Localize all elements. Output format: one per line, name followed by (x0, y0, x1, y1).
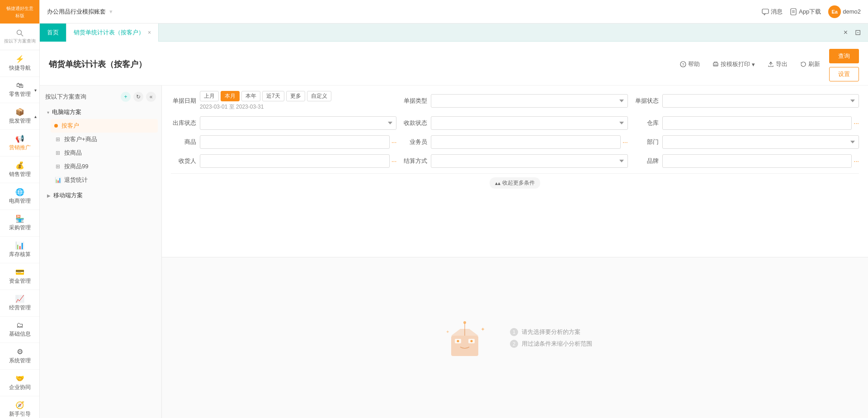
retail-icon: 🛍 (16, 81, 24, 90)
sidebar-item-label: 营销推广 (9, 144, 31, 152)
breadcrumb-dropdown-icon[interactable]: ▾ (109, 8, 113, 15)
date-this-month-btn[interactable]: 本月 (221, 91, 240, 101)
scheme-by-customer[interactable]: 按客户 (51, 119, 158, 133)
sidebar-item-inventory[interactable]: 📊 库存核算 (0, 237, 39, 263)
help-button[interactable]: ? 帮助 (676, 58, 703, 70)
product-input[interactable] (200, 135, 390, 149)
order-status-select[interactable] (662, 94, 859, 108)
sidebar-item-marketing[interactable]: 📢 营销推广 (0, 130, 39, 157)
sidebar-item-purchase[interactable]: 🏪 采购管理 (0, 210, 39, 237)
tab-bar-actions: × ⊡ (836, 26, 868, 38)
sidebar-item-ecommerce[interactable]: 🌐 电商管理 (0, 183, 39, 210)
empty-tip-1: 1 请先选择要分析的方案 (510, 328, 592, 336)
tab-home[interactable]: 首页 (40, 24, 66, 42)
sidebar-item-label: 销售管理 (9, 171, 31, 178)
recipient-input[interactable] (200, 154, 390, 168)
sidebar-item-label: 电商管理 (9, 197, 31, 205)
sidebar-item-sales[interactable]: 💰 销售管理 (0, 157, 39, 183)
scheme-by-customer-product[interactable]: ⊞ 按客户+商品 (51, 133, 158, 146)
mobile-schemes-group: ▶ 移动端方案 (43, 189, 158, 202)
product-field: 商品 ··· (171, 135, 396, 149)
sidebar-item-newuser[interactable]: 🧭 新手引导 (0, 396, 39, 418)
user-profile[interactable]: Ea demo2 (828, 5, 861, 18)
message-icon (762, 8, 769, 15)
salesperson-input[interactable] (431, 135, 621, 149)
page-title: 销货单统计计表（按客户） (49, 59, 146, 70)
finance-icon: 💳 (15, 268, 24, 276)
empty-illustration: ✦ ✦ (438, 311, 492, 365)
order-type-select[interactable] (431, 94, 627, 108)
sidebar-item-label: 经营管理 (9, 304, 31, 312)
tab-sales-stats[interactable]: 销货单统计计表（按客户） × (66, 24, 159, 42)
sidebar-item-business[interactable]: 📈 经营管理 (0, 290, 39, 317)
filter-row-4: 收货人 ··· 结算方式 (171, 154, 859, 168)
settlement-select[interactable] (431, 154, 627, 168)
filter-form: 单据日期 上月 本月 本年 近7天 更多 自定义 20 (162, 86, 868, 257)
sidebar-item-wholesale[interactable]: 📦 批发管理 ▴ (0, 103, 39, 130)
app-download-button[interactable]: App下载 (790, 8, 821, 16)
date-more-btn[interactable]: 更多 (286, 91, 305, 101)
desktop-schemes-header[interactable]: ▾ 电脑端方案 (43, 105, 158, 119)
department-select[interactable] (662, 135, 859, 149)
date-last-month-btn[interactable]: 上月 (200, 91, 219, 101)
print-button[interactable]: 按模板打印 ▾ (709, 58, 759, 70)
filter-sidebar-actions: + ↻ « (121, 92, 156, 102)
main-area: 办公用品行业模拟账套 ▾ 消息 App下载 Ea demo2 首页 销货单统计计… (40, 0, 868, 418)
warehouse-label: 仓库 (633, 119, 659, 127)
date-7days-btn[interactable]: 近7天 (262, 91, 284, 101)
scheme-by-product-99[interactable]: ⊞ 按商品99 (51, 160, 158, 173)
tab-minimize-button[interactable]: × (842, 27, 849, 38)
product-control: ··· (200, 135, 396, 149)
refresh-button[interactable]: 刷新 (797, 58, 824, 70)
action-buttons: 查询 设置 (829, 47, 859, 81)
product-dots-button[interactable]: ··· (392, 138, 397, 146)
message-button[interactable]: 消息 (762, 8, 783, 16)
sidebar-item-label: 库存核算 (9, 251, 31, 258)
scheme-by-product[interactable]: ⊞ 按商品 (51, 146, 158, 160)
sidebar-item-label: 批发管理 (9, 117, 31, 125)
print-icon (712, 61, 719, 67)
sidebar-item-system[interactable]: ⚙ 系统管理 (0, 343, 39, 370)
app-download-icon (790, 8, 797, 15)
scheme-label: 按商品99 (64, 162, 88, 171)
warehouse-dots-button[interactable]: ··· (854, 119, 859, 127)
search-menu-button[interactable]: 按以下方案查询 (3, 27, 37, 46)
scheme-return-stats[interactable]: 📊 退货统计 (51, 173, 158, 187)
brand-dots-button[interactable]: ··· (854, 157, 859, 165)
mobile-schemes-header[interactable]: ▶ 移动端方案 (43, 189, 158, 202)
salesperson-field: 业务员 ··· (402, 135, 627, 149)
payment-status-select[interactable] (431, 116, 627, 130)
tab-close-button[interactable]: × (148, 29, 151, 36)
add-scheme-button[interactable]: + (121, 92, 131, 102)
sidebar-item-label: 企业协同 (9, 384, 31, 391)
settings-button[interactable]: 设置 (829, 67, 859, 81)
date-this-year-btn[interactable]: 本年 (241, 91, 260, 101)
recipient-dots-button[interactable]: ··· (392, 157, 397, 165)
enterprise-icon: 🤝 (15, 374, 24, 383)
refresh-scheme-button[interactable]: ↻ (133, 92, 143, 102)
sidebar-item-label: 采购管理 (9, 224, 31, 232)
tab-maximize-button[interactable]: ⊡ (853, 26, 863, 38)
collapse-conditions-button[interactable]: ▴▴ 收起更多条件 (490, 177, 540, 189)
export-button[interactable]: 导出 (764, 58, 791, 70)
filter-row-1: 单据日期 上月 本月 本年 近7天 更多 自定义 20 (171, 91, 859, 111)
query-button[interactable]: 查询 (829, 49, 859, 63)
basic-icon: 🗂 (16, 321, 24, 329)
sidebar-item-enterprise[interactable]: 🤝 企业协同 (0, 370, 39, 396)
stock-out-field: 出库状态 (171, 116, 396, 130)
collapse-sidebar-button[interactable]: « (146, 92, 156, 102)
sidebar-item-basic[interactable]: 🗂 基础信息 (0, 317, 39, 343)
sidebar-item-label: 快捷导航 (9, 64, 31, 72)
scheme-label: 按客户+商品 (64, 135, 97, 143)
sidebar-item-retail[interactable]: 🛍 零售管理 ▾ (0, 77, 39, 103)
refresh-label: 刷新 (808, 60, 820, 68)
salesperson-dots-button[interactable]: ··· (623, 138, 628, 146)
department-control (662, 135, 859, 149)
stock-out-select[interactable] (200, 116, 396, 130)
sidebar-item-quick-nav[interactable]: ⚡ 快捷导航 (0, 50, 39, 77)
settlement-control (431, 154, 627, 168)
sidebar-item-finance[interactable]: 💳 资金管理 (0, 263, 39, 290)
brand-input[interactable] (662, 154, 852, 168)
warehouse-input[interactable] (662, 116, 852, 130)
date-custom-btn[interactable]: 自定义 (307, 91, 331, 101)
